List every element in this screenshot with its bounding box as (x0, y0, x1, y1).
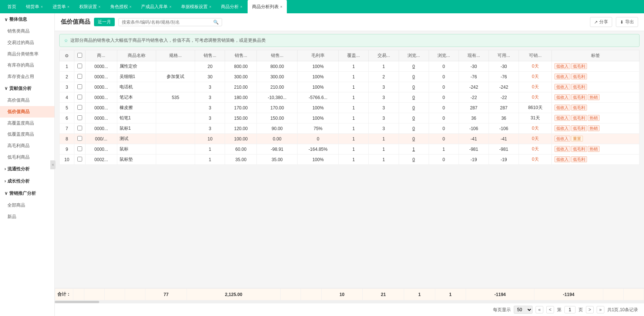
cell-name: 电话机 (117, 82, 156, 92)
close-icon[interactable]: × (209, 5, 211, 9)
page-prev-button[interactable]: < (546, 306, 554, 313)
cell-browse1[interactable]: 1 (399, 144, 429, 154)
col-stock2-header[interactable]: 可用... (489, 50, 519, 61)
nav-home[interactable]: 首页 (3, 0, 21, 13)
close-icon[interactable]: × (280, 5, 282, 9)
page-first-button[interactable]: « (536, 306, 543, 313)
cell-coverage: 1 (339, 154, 369, 165)
settings-icon[interactable]: ⚙ (65, 53, 69, 58)
nav-role-auth[interactable]: 角色授权 × (106, 0, 136, 13)
col-browse2-header[interactable]: 浏览... (429, 50, 459, 61)
col-name-header[interactable]: 商品名称 (117, 50, 156, 61)
page-number-input[interactable] (564, 306, 576, 313)
close-icon[interactable]: × (130, 5, 132, 9)
cell-browse1[interactable]: 0 (399, 113, 429, 123)
sidebar-item-stock-fund[interactable]: 库存资金占用 (0, 71, 54, 82)
cell-sale1: 170.00 (225, 103, 257, 113)
sidebar-group-growth[interactable]: › 成长性分析 (0, 175, 54, 187)
nav-product-in[interactable]: 产成品入库单 × (137, 0, 176, 13)
scrollbar-thumb[interactable] (55, 301, 99, 303)
sidebar-item-low-value[interactable]: 低价值商品 (0, 106, 54, 118)
cell-checkbox[interactable] (74, 103, 85, 113)
col-code-header[interactable]: 商... (85, 50, 117, 61)
close-icon[interactable]: × (67, 5, 70, 9)
nav-permission-settings[interactable]: 权限设置 × (75, 0, 105, 13)
nav-purchase-order[interactable]: 进货单 × (48, 0, 74, 13)
sidebar-item-high-margin[interactable]: 高毛利商品 (0, 140, 54, 152)
sidebar-item-sales-goods[interactable]: 销售类商品 (0, 26, 54, 37)
cell-sale2: -98.91 (257, 144, 298, 154)
filter-recent-month-button[interactable]: 近一月 (94, 18, 115, 26)
col-trade-header[interactable]: 交易... (369, 50, 399, 61)
cell-sale2: 150.00 (257, 113, 298, 123)
cell-checkbox[interactable] (74, 61, 85, 72)
close-icon[interactable]: × (41, 5, 43, 9)
col-stock3-header[interactable]: 可销... (519, 50, 552, 61)
cell-qty: 3 (195, 103, 225, 113)
sidebar-item-all-goods[interactable]: 全部商品 (0, 200, 54, 211)
close-icon[interactable]: × (240, 5, 242, 9)
cell-browse1[interactable]: 0 (399, 72, 429, 82)
page-last-button[interactable]: » (597, 306, 604, 313)
cell-checkbox[interactable] (74, 72, 85, 82)
cell-checkbox[interactable] (74, 144, 85, 154)
cell-browse2: 0 (429, 123, 459, 134)
sidebar-item-stock-goods[interactable]: 有库存的商品 (0, 60, 54, 71)
cell-checkbox[interactable] (74, 123, 85, 134)
chevron-down-icon: ∨ (4, 17, 8, 22)
cell-checkbox[interactable] (74, 92, 85, 103)
col-spec-header[interactable]: 规格... (156, 50, 195, 61)
cell-code: 0000... (85, 144, 117, 154)
cell-checkbox[interactable] (74, 154, 85, 165)
cell-browse1[interactable]: 0 (399, 134, 429, 144)
nav-product-analysis-list[interactable]: 商品分析列表 × (248, 0, 287, 13)
sidebar-group-circulation[interactable]: › 流通性分析 (0, 163, 54, 175)
select-all-checkbox[interactable] (77, 53, 82, 58)
col-sale2-header[interactable]: 销售... (257, 50, 298, 61)
cell-browse1[interactable]: 0 (399, 154, 429, 165)
sidebar-group-contribution[interactable]: ∨ 贡献值分析 (0, 82, 54, 95)
sidebar-collapse-button[interactable]: « (50, 160, 56, 169)
col-coverage-header[interactable]: 覆盖... (339, 50, 369, 61)
cell-browse1[interactable]: 0 (399, 103, 429, 113)
page-size-select[interactable]: 50 100 200 (514, 306, 533, 314)
cell-num: 3 (60, 82, 74, 92)
sidebar-item-traded-goods[interactable]: 交易过的商品 (0, 37, 54, 48)
cell-browse1[interactable]: 0 (399, 123, 429, 134)
col-stock1-header[interactable]: 现有... (459, 50, 489, 61)
horizontal-scrollbar[interactable] (55, 300, 644, 303)
sidebar-item-high-coverage[interactable]: 高覆盖度商品 (0, 118, 54, 129)
sidebar-item-category-rate[interactable]: 商品分类销售率 (0, 48, 54, 60)
sidebar-item-high-value[interactable]: 高价值商品 (0, 95, 54, 106)
total-row-table: 合计： 77 2,125.00 10 21 1 1 -1194 -1194 (55, 288, 644, 300)
cell-checkbox[interactable] (74, 134, 85, 144)
col-gross-header[interactable]: 毛利率 (298, 50, 339, 61)
col-browse1-header[interactable]: 浏览... (399, 50, 429, 61)
cell-tags: 低收入低毛利热销 (552, 144, 640, 154)
search-icon[interactable]: 🔍 (213, 20, 219, 25)
cell-code: 000/... (85, 134, 117, 144)
nav-product-analysis[interactable]: 商品分析 × (217, 0, 247, 13)
cell-browse1[interactable]: 0 (399, 92, 429, 103)
cell-checkbox[interactable] (74, 113, 85, 123)
cell-name: 测试 (117, 134, 156, 144)
sidebar-item-low-coverage[interactable]: 低覆盖度商品 (0, 129, 54, 140)
share-button[interactable]: ↗ 分享 (590, 17, 612, 27)
cell-checkbox[interactable] (74, 82, 85, 92)
sidebar-group-marketing[interactable]: ∨ 营销推广分析 (0, 187, 54, 200)
col-sale1-header[interactable]: 销售... (225, 50, 257, 61)
sidebar-item-new-goods[interactable]: 新品 (0, 211, 54, 222)
sidebar-group-overall[interactable]: ∨ 整体信息 (0, 13, 54, 26)
sidebar-item-low-margin[interactable]: 低毛利商品 (0, 152, 54, 163)
cell-browse1[interactable]: 0 (399, 61, 429, 72)
nav-template-settings[interactable]: 单据模板设置 × (177, 0, 216, 13)
export-button[interactable]: ⬇ 导出 (616, 17, 638, 27)
close-icon[interactable]: × (98, 5, 101, 9)
page-next-button[interactable]: > (586, 306, 594, 313)
search-input[interactable] (122, 20, 211, 25)
data-table: ⚙ 商... 商品名称 规格... 销售... 销售... 销售... 毛利率 … (59, 50, 640, 165)
col-qty-header[interactable]: 销售... (195, 50, 225, 61)
cell-browse1[interactable]: 0 (399, 82, 429, 92)
close-icon[interactable]: × (169, 5, 171, 9)
nav-sales-order[interactable]: 销货单 × (21, 0, 47, 13)
